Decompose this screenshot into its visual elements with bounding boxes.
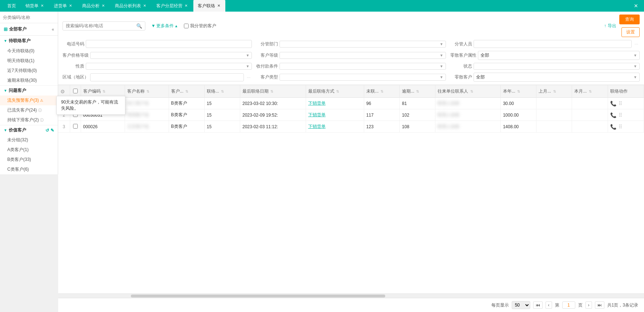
tooltip-popup: 90天未交易的客户，可能有流失风险。 [56,96,58,115]
select-all-checkbox[interactable] [73,89,78,93]
row-thismonth-1 [572,98,608,109]
sort-way-icon[interactable]: ⇅ [336,89,339,93]
row-contact-1: 15 [204,98,240,109]
sidebar-item-today[interactable]: 今天待联络(0) [0,46,58,56]
nav-home[interactable]: 首页 [3,0,20,12]
sort-name-icon[interactable]: ⇅ [146,89,149,93]
sidebar-item-b-class[interactable]: B类客户(33) [0,155,58,165]
last-page-button[interactable]: ⏭ [595,301,604,309]
sort-date-icon[interactable]: ⇅ [270,89,273,93]
page-number-input[interactable] [562,301,575,309]
problem-arrow-icon: ▼ [4,89,7,93]
area-input[interactable] [90,73,244,81]
data-table: ⚙ 客户编码 ⇅ 客户名称 ⇅ [58,85,644,133]
dept-select[interactable]: ▼ [279,41,446,48]
nav-tab-analysis[interactable]: 商品分析 ✕ [78,0,110,12]
close-purchase-icon[interactable]: ✕ [68,0,73,12]
page-unit-label: 页 [578,302,583,308]
call-action-1[interactable]: 📞 [610,101,616,106]
query-button[interactable]: 查询 [619,15,640,24]
sidebar-item-tomorrow[interactable]: 明天待联络(1) [0,56,58,66]
settings-button[interactable]: 设置 [621,27,640,37]
sort-thismonth-icon[interactable]: ⇅ [589,89,592,93]
dept-chevron-icon: ▼ [440,42,443,46]
more-action-3[interactable]: ⠿ [619,124,622,130]
zero-customer-select[interactable]: 全部 ▼ [474,73,640,82]
manager-input[interactable] [474,40,632,48]
close-all-tabs-button[interactable]: ✕ [631,3,641,9]
sidebar-item-declining[interactable]: 持续下滑客户(2) ⓘ [0,115,58,125]
first-page-button[interactable]: ⏮ [533,301,543,309]
horizontal-scrollbar[interactable] [58,293,644,298]
my-customers-checkbox[interactable] [184,24,189,28]
sidebar-item-a-class[interactable]: A类客户(1) [0,145,58,155]
export-button[interactable]: ↑ 导出 [604,23,616,29]
row-unit-1: 联系人名称 [435,98,501,109]
nav-tab-analysis-list[interactable]: 商品分析列表 ✕ [110,0,151,12]
filter-icon: ▼ [151,23,156,28]
close-analysis-list-icon[interactable]: ✕ [142,0,147,12]
table-settings-icon[interactable]: ⚙ [60,89,65,94]
nav-tab-purchase[interactable]: 进货单 ✕ [49,0,77,12]
main-container: 🔍 ⊞ 全部客户 « ▼ 待联络客户 今天待联络(0) 明天待联络(1) 近7天… [0,12,644,312]
filter-zero-attr-row: 零散客户属性 全部 ▼ [450,51,640,60]
call-action-3[interactable]: 📞 [610,124,616,130]
nav-tab-customer-segment[interactable]: 客户分层经营 ✕ [152,0,193,12]
row-overdue-3: 108 [400,121,435,133]
phone-input[interactable] [86,40,252,48]
value-refresh-icon[interactable]: ↺ [45,128,49,133]
row-type-1: B类客户 [169,98,204,109]
sidebar-item-churn-warning[interactable]: 流失预警客户(3) ⚠ [0,96,58,105]
close-salesorder-icon[interactable]: ✕ [40,0,44,12]
sort-not-icon[interactable]: ⇅ [381,89,383,93]
manager-more-icon[interactable]: ··· [633,41,640,46]
scroll-thumb[interactable] [131,295,385,297]
filter-zero-customer-row: 零散客户 全部 ▼ [450,73,640,82]
close-segment-icon[interactable]: ✕ [184,0,188,12]
sidebar-item-ungrouped[interactable]: 未分组(32) [0,135,58,145]
close-contact-icon[interactable]: ✕ [217,0,221,12]
next-page-button[interactable]: › [585,301,592,309]
gender-select[interactable]: ▼ [86,63,252,70]
sidebar-collapse-icon[interactable]: « [52,27,54,32]
more-action-1[interactable]: ⠿ [619,101,622,106]
call-action-2[interactable]: 📞 [610,112,616,118]
nav-tab-salesorder[interactable]: 销货单 ✕ [21,0,49,12]
sort-code-icon[interactable]: ⇅ [102,89,105,93]
customer-level-select[interactable]: ▼ [279,52,446,59]
value-edit-icon[interactable]: ✎ [51,128,54,133]
more-conditions-button[interactable]: ▼ 更多条件 ▲ [148,21,181,31]
sort-type-icon[interactable]: ⇅ [185,89,188,93]
filter-search-icon[interactable]: 🔍 [136,23,142,29]
sidebar-item-churned[interactable]: 已流失客户(24) ⓘ [0,105,58,115]
more-action-2[interactable]: ⠿ [619,112,622,118]
sort-year-icon[interactable]: ⇅ [517,89,520,93]
per-page-select[interactable]: 50 20 100 [512,301,530,309]
price-level-select[interactable]: ▼ [90,52,252,59]
sort-contact-icon[interactable]: ⇅ [221,89,224,93]
area-more-icon[interactable]: ··· [245,75,252,80]
sidebar-item-week[interactable]: 近7天待联络(0) [0,66,58,76]
sort-unit-icon[interactable]: ⇅ [470,89,473,93]
col-this-month: 本月... ⇅ [572,85,608,98]
sidebar-item-overdue[interactable]: 逾期未联络(30) [0,76,58,85]
nav-tab-customer-contact[interactable]: 客户联络 ✕ [193,0,225,12]
sidebar-search-input[interactable] [3,15,57,20]
sort-lastmonth-icon[interactable]: ⇅ [553,89,556,93]
sort-overdue-icon[interactable]: ⇅ [416,89,419,93]
row-lastmonth-2 [536,109,572,121]
zero-attr-select[interactable]: 全部 ▼ [478,51,640,60]
payment-select[interactable]: ▼ [279,63,446,70]
row-checkbox-3[interactable] [70,121,81,133]
sidebar-all-customers[interactable]: ⊞ 全部客户 « [0,23,58,36]
my-customers-checkbox-area[interactable]: 我分管的客户 [184,23,216,29]
prev-page-button[interactable]: ‹ [546,301,552,309]
section-problem-customers[interactable]: ▼ 问题客户 [0,85,58,96]
customer-type-select[interactable]: ▼ [279,74,446,81]
section-value-customers[interactable]: ▼ 价值客户 ↺ ✎ [0,125,58,135]
sidebar-item-c-class[interactable]: C类客户(6) [0,165,58,174]
filter-search-input[interactable] [66,23,135,28]
close-analysis-icon[interactable]: ✕ [101,0,105,12]
status-select[interactable]: ▼ [474,63,640,70]
section-pending-contact[interactable]: ▼ 待联络客户 [0,36,58,46]
